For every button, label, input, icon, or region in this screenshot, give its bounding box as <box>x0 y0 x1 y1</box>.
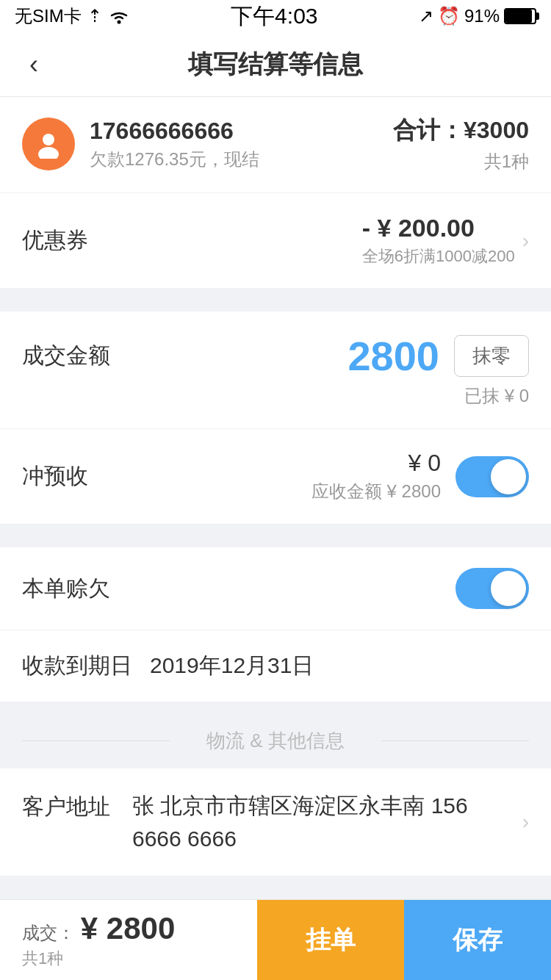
debit-section: 本单赊欠 <box>0 547 551 630</box>
customer-info: 17666666666 欠款1276.35元，现结 <box>90 118 259 171</box>
address-chevron-icon: › <box>522 810 529 834</box>
status-time: 下午4:03 <box>231 1 317 32</box>
precollect-label: 冲预收 <box>22 461 88 491</box>
debit-toggle-knob <box>491 571 526 606</box>
duedate-row: 收款到期日 2019年12月31日 <box>22 651 529 681</box>
total-count: 共1种 <box>393 150 529 173</box>
save-button[interactable]: 保存 <box>404 900 551 981</box>
back-button[interactable]: ‹ <box>22 42 46 87</box>
svg-point-2 <box>38 147 59 159</box>
precollect-right: ¥ 0 应收金额 ¥ 2800 <box>311 450 529 503</box>
precollect-row: 冲预收 ¥ 0 应收金额 ¥ 2800 <box>22 450 529 503</box>
round-zero-button[interactable]: 抹零 <box>454 335 529 377</box>
debit-card: 本单赊欠 收款到期日 2019年12月31日 <box>0 547 551 702</box>
customer-left: 17666666666 欠款1276.35元，现结 <box>22 118 259 171</box>
toggle-knob <box>491 459 526 494</box>
svg-point-0 <box>117 21 120 24</box>
logistics-line-left <box>22 741 170 741</box>
nav-bar: ‹ 填写结算等信息 <box>0 32 551 97</box>
bottom-summary: 成交： ¥ 2800 共1种 <box>0 911 257 970</box>
wifi-symbol <box>108 8 130 24</box>
wifi-icon: ⇡ <box>87 6 102 26</box>
chevron-right-icon: › <box>522 229 529 253</box>
svg-point-1 <box>43 134 54 145</box>
battery-percent: 91% <box>464 6 500 26</box>
battery-icon <box>504 8 536 24</box>
deal-card: 成交金额 2800 抹零 已抹 ¥ 0 冲预收 ¥ 0 应收金额 ¥ 2800 <box>0 311 551 524</box>
duedate-section: 收款到期日 2019年12月31日 <box>0 630 551 702</box>
coupon-label: 优惠券 <box>22 226 88 256</box>
debit-label: 本单赊欠 <box>22 574 110 604</box>
coupon-row[interactable]: 优惠券 - ¥ 200.00 全场6折满1000减200 › <box>0 192 551 288</box>
debit-toggle[interactable] <box>455 568 529 609</box>
bottom-deal-label: 成交： <box>22 923 75 943</box>
precollect-section: 冲预收 ¥ 0 应收金额 ¥ 2800 <box>0 428 551 524</box>
address-card: 客户地址 张 北京市市辖区海淀区永丰南 156 6666 6666 › <box>0 768 551 876</box>
alarm-icon: ⏰ <box>438 6 460 26</box>
bottom-bar: 成交： ¥ 2800 共1种 挂单 保存 <box>0 899 551 980</box>
duedate-label: 收款到期日 <box>22 651 132 681</box>
precollect-sub: 应收金额 ¥ 2800 <box>311 480 441 503</box>
main-content: 17666666666 欠款1276.35元，现结 合计：¥3000 共1种 优… <box>0 97 551 980</box>
page-title: 填写结算等信息 <box>188 48 363 82</box>
precollect-toggle[interactable] <box>455 456 529 497</box>
logistics-line-right <box>381 741 529 741</box>
bottom-deal-amount: ¥ 2800 <box>81 911 175 945</box>
bottom-deal-row: 成交： ¥ 2800 <box>22 911 235 946</box>
deal-label: 成交金额 <box>22 341 110 371</box>
coupon-right: - ¥ 200.00 全场6折满1000减200 › <box>362 214 529 267</box>
precollect-amount: ¥ 0 <box>311 450 441 477</box>
customer-right: 合计：¥3000 共1种 <box>393 115 529 173</box>
duedate-value: 2019年12月31日 <box>150 651 314 681</box>
customer-row: 17666666666 欠款1276.35元，现结 合计：¥3000 共1种 <box>0 97 551 191</box>
customer-card: 17666666666 欠款1276.35元，现结 合计：¥3000 共1种 优… <box>0 97 551 288</box>
customer-debt: 欠款1276.35元，现结 <box>90 148 259 171</box>
pending-button[interactable]: 挂单 <box>257 900 404 981</box>
avatar <box>22 118 75 170</box>
coupon-desc: 全场6折满1000减200 <box>362 245 515 267</box>
deal-right: 2800 抹零 <box>347 332 529 380</box>
total-amount: 合计：¥3000 <box>393 115 529 147</box>
status-bar: 无SIM卡 ⇡ 下午4:03 ↗ ⏰ 91% <box>0 0 551 32</box>
status-left: 无SIM卡 ⇡ <box>15 4 130 28</box>
address-label: 客户地址 <box>22 789 110 822</box>
divider-1 <box>0 300 551 311</box>
address-section[interactable]: 客户地址 张 北京市市辖区海淀区永丰南 156 6666 6666 › <box>0 768 551 876</box>
coupon-info: - ¥ 200.00 全场6折满1000减200 <box>362 214 515 267</box>
location-icon: ↗ <box>419 6 433 26</box>
divider-2 <box>0 536 551 547</box>
deal-section: 成交金额 2800 抹零 已抹 ¥ 0 <box>0 311 551 428</box>
logistics-divider: 物流 & 其他信息 <box>0 713 551 768</box>
logistics-label: 物流 & 其他信息 <box>206 728 345 754</box>
deal-row: 成交金额 2800 抹零 <box>22 332 529 380</box>
customer-phone: 17666666666 <box>90 118 259 145</box>
precollect-amount-block: ¥ 0 应收金额 ¥ 2800 <box>311 450 441 503</box>
coupon-discount: - ¥ 200.00 <box>362 214 515 242</box>
status-right: ↗ ⏰ 91% <box>419 6 536 26</box>
deal-sub-text: 已抹 ¥ 0 <box>22 384 529 408</box>
bottom-count: 共1种 <box>22 948 235 970</box>
address-value: 张 北京市市辖区海淀区永丰南 156 6666 6666 <box>132 789 515 855</box>
deal-amount-value: 2800 <box>347 332 439 380</box>
carrier-text: 无SIM卡 <box>15 4 82 28</box>
